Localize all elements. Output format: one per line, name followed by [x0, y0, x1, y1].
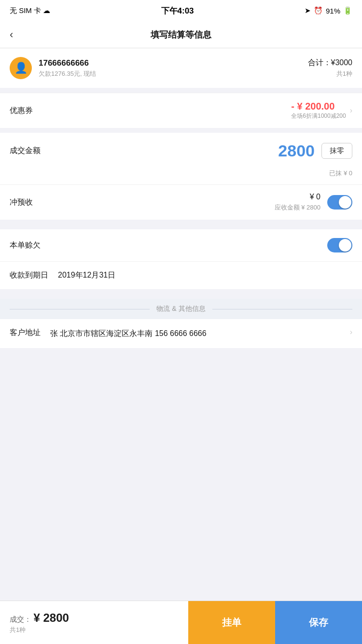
debt-section: 本单赊欠 收款到期日 2019年12月31日: [0, 229, 362, 289]
bottom-count: 共1种: [10, 626, 179, 634]
coupon-label: 优惠券: [10, 106, 33, 116]
customer-left: 👤 17666666666 欠款1276.35元, 现结: [10, 57, 96, 79]
back-button[interactable]: ‹: [10, 27, 17, 43]
nav-bar: ‹ 填写结算等信息: [0, 21, 362, 48]
coupon-value: - ¥ 200.00: [291, 101, 346, 112]
battery-label: 91%: [326, 7, 340, 15]
amount-value: 2800: [278, 141, 315, 160]
divider-2: [0, 224, 362, 229]
status-right: ➤ ⏰ 91% 🔋: [305, 6, 352, 15]
address-value: 张 北京市市辖区海淀区永丰南 156 6666 6666: [50, 328, 343, 339]
divider-3: [0, 294, 362, 299]
prepay-amount: ¥ 0: [310, 193, 320, 201]
debt-label: 本单赊欠: [10, 240, 41, 251]
due-label: 收款到期日: [10, 270, 48, 280]
customer-count: 共1种: [308, 70, 353, 78]
divider-line-left: [10, 309, 150, 309]
due-date-row: 收款到期日 2019年12月31日: [0, 261, 362, 289]
prepay-row: 冲预收 ¥ 0 应收金额 ¥ 2800: [0, 184, 362, 220]
address-chevron-icon: ›: [350, 328, 352, 336]
prepay-values: ¥ 0 应收金额 ¥ 2800: [275, 193, 320, 212]
content: 👤 17666666666 欠款1276.35元, 现结 合计：¥3000 共1…: [0, 48, 362, 449]
amount-right: 2800 抹零: [278, 141, 352, 160]
bottom-bar: 成交： ¥ 2800 共1种 挂单 保存: [0, 601, 362, 644]
coupon-right: - ¥ 200.00 全场6折满1000减200 ›: [291, 101, 352, 120]
status-time: 下午4:03: [161, 5, 194, 16]
location-icon: ➤: [305, 6, 311, 15]
bottom-total-row: 成交： ¥ 2800: [10, 611, 179, 625]
gray-area: [0, 348, 362, 406]
no-sim-label: 无 SIM 卡 ☁: [10, 6, 50, 15]
bottom-total-label: 成交：: [10, 615, 31, 623]
page-title: 填写结算等信息: [151, 29, 211, 41]
prepay-sub: 应收金额 ¥ 2800: [275, 203, 320, 212]
hang-button[interactable]: 挂单: [188, 601, 275, 644]
avatar-icon: 👤: [14, 62, 28, 74]
alarm-icon: ⏰: [314, 6, 323, 15]
amount-row: 成交金额 2800 抹零: [0, 133, 362, 169]
customer-total: 合计：¥3000: [308, 58, 353, 68]
coupon-row[interactable]: 优惠券 - ¥ 200.00 全场6折满1000减200 ›: [0, 93, 362, 128]
customer-phone: 17666666666: [39, 58, 96, 68]
chevron-right-icon: ›: [350, 106, 352, 115]
divider-1: [0, 128, 362, 133]
address-label: 客户地址: [10, 328, 43, 338]
round-button[interactable]: 抹零: [321, 143, 352, 159]
logistics-label: 物流 & 其他信息: [156, 305, 205, 313]
status-left: 无 SIM 卡 ☁: [10, 6, 50, 15]
battery-icon: 🔋: [343, 6, 352, 15]
logistics-divider: 物流 & 其他信息: [0, 299, 362, 319]
debt-row: 本单赊欠: [0, 229, 362, 261]
status-bar: 无 SIM 卡 ☁ 下午4:03 ➤ ⏰ 91% 🔋: [0, 0, 362, 21]
customer-info: 17666666666 欠款1276.35元, 现结: [39, 58, 96, 78]
customer-card: 👤 17666666666 欠款1276.35元, 现结 合计：¥3000 共1…: [0, 48, 362, 88]
save-button[interactable]: 保存: [275, 601, 362, 644]
address-row[interactable]: 客户地址 张 北京市市辖区海淀区永丰南 156 6666 6666 ›: [0, 319, 362, 348]
bottom-total-value: ¥ 2800: [33, 611, 69, 624]
customer-right: 合计：¥3000 共1种: [308, 58, 353, 78]
divider-line-right: [212, 309, 352, 309]
avatar: 👤: [10, 57, 32, 79]
prepay-right: ¥ 0 应收金额 ¥ 2800: [275, 193, 352, 212]
due-date-value: 2019年12月31日: [58, 270, 115, 280]
amount-sub: 已抹 ¥ 0: [0, 169, 362, 184]
debt-toggle[interactable]: [327, 238, 352, 252]
coupon-desc: 全场6折满1000减200: [291, 112, 346, 120]
customer-sub: 欠款1276.35元, 现结: [39, 70, 96, 78]
prepay-toggle[interactable]: [327, 195, 352, 210]
amount-section: 成交金额 2800 抹零 已抹 ¥ 0 冲预收 ¥ 0 应收金额 ¥ 2800: [0, 133, 362, 220]
bottom-summary: 成交： ¥ 2800 共1种: [0, 611, 188, 634]
amount-label: 成交金额: [10, 146, 41, 156]
prepay-label: 冲预收: [10, 197, 33, 208]
